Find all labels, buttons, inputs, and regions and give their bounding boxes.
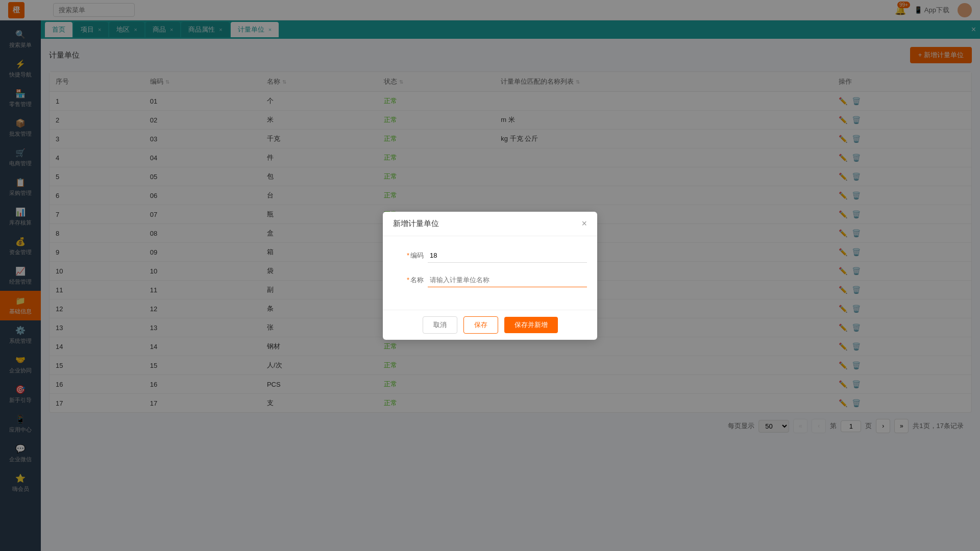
modal-footer: 取消 保存 保存并新增 (383, 310, 597, 340)
form-item-code: *编码 (393, 248, 587, 263)
form-item-name: *名称 (393, 273, 587, 287)
save-button[interactable]: 保存 (463, 316, 498, 334)
form-label-name: *名称 (393, 276, 424, 285)
cancel-button[interactable]: 取消 (423, 316, 457, 334)
modal-close-button[interactable]: × (581, 219, 587, 228)
modal-code-input[interactable] (428, 248, 587, 263)
add-unit-modal: 新增计量单位 × *编码 *名称 取消 保存 保存并新增 (383, 212, 597, 340)
modal-body: *编码 *名称 (383, 236, 597, 310)
form-label-code: *编码 (393, 251, 424, 260)
modal-name-input[interactable] (428, 273, 587, 287)
save-and-new-button[interactable]: 保存并新增 (504, 317, 558, 333)
modal-header: 新增计量单位 × (383, 212, 597, 236)
modal-overlay[interactable]: 新增计量单位 × *编码 *名称 取消 保存 保存并新增 (0, 0, 980, 551)
required-star-name: * (407, 276, 409, 284)
required-star-code: * (407, 252, 409, 259)
modal-title: 新增计量单位 (393, 219, 439, 229)
